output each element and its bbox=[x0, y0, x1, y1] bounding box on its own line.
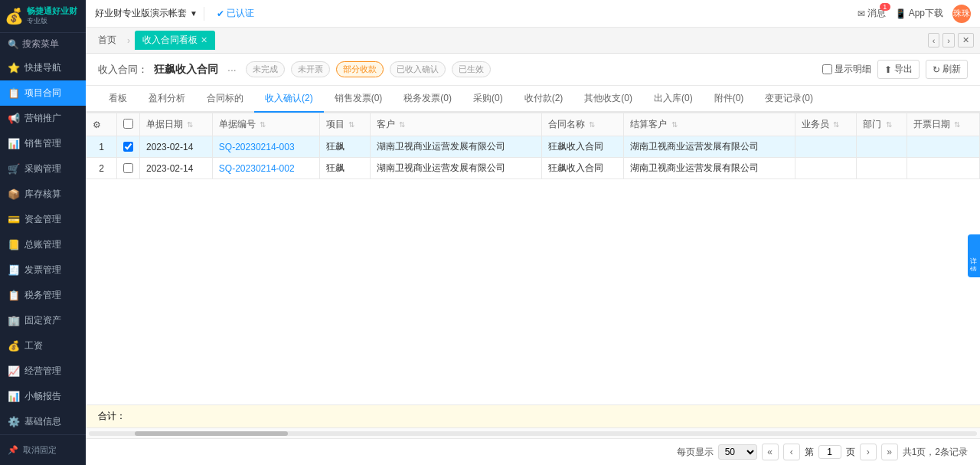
sidebar-item-label: 库存核算 bbox=[24, 188, 61, 201]
table-row[interactable]: 1 2023-02-14 SQ-20230214-003 狂飙 湖南卫视商业运营… bbox=[87, 136, 980, 158]
per-page-select[interactable]: 20 50 100 bbox=[718, 444, 757, 460]
subtab-warehouse[interactable]: 出入库(0) bbox=[643, 86, 704, 113]
sidebar-item-project[interactable]: 📋 项目合同 bbox=[0, 80, 86, 106]
th-customer[interactable]: 客户 ⇅ bbox=[370, 113, 541, 136]
subtab-attachment[interactable]: 附件(0) bbox=[704, 86, 755, 113]
subtab-profit[interactable]: 盈利分析 bbox=[138, 86, 196, 113]
subtab-payment[interactable]: 收付款(2) bbox=[514, 86, 574, 113]
status-effective[interactable]: 已生效 bbox=[452, 61, 491, 77]
first-page-button[interactable]: « bbox=[762, 444, 779, 460]
row-checkbox[interactable] bbox=[123, 142, 133, 152]
sidebar-item-hr[interactable]: 💰 工资 bbox=[0, 333, 86, 359]
th-number[interactable]: 单据编号 ⇅ bbox=[212, 113, 319, 136]
row-checkbox-cell[interactable] bbox=[117, 136, 140, 158]
export-label: 导出 bbox=[894, 63, 913, 76]
subtab-board[interactable]: 看板 bbox=[98, 86, 138, 113]
tab-contract-board[interactable]: 收入合同看板 ✕ bbox=[135, 31, 215, 50]
close-icon[interactable]: ✕ bbox=[201, 35, 207, 45]
status-incomplete[interactable]: 未完成 bbox=[246, 61, 285, 77]
page-number-input[interactable] bbox=[818, 445, 841, 459]
user-avatar-area[interactable]: 珠珠 bbox=[952, 5, 971, 23]
sidebar-item-ops[interactable]: 📈 经营管理 bbox=[0, 359, 86, 384]
export-button[interactable]: ⬆ 导出 bbox=[877, 60, 920, 79]
sidebar-item-general[interactable]: 📒 总账管理 bbox=[0, 232, 86, 257]
right-float-button[interactable]: 详 情 bbox=[968, 234, 980, 277]
sidebar-item-fixed-assets[interactable]: 🏢 固定资产 bbox=[0, 308, 86, 333]
subtab-tax-invoice[interactable]: 税务发票(0) bbox=[393, 86, 462, 113]
subtab-change-log[interactable]: 变更记录(0) bbox=[754, 86, 824, 113]
sidebar-item-label: 总账管理 bbox=[24, 238, 61, 251]
row-number-link[interactable]: SQ-20230214-003 bbox=[219, 142, 295, 152]
th-customer-label: 客户 bbox=[377, 119, 395, 129]
sort-icon: ⇅ bbox=[589, 120, 595, 129]
sidebar-item-base[interactable]: ⚙️ 基础信息 bbox=[0, 409, 86, 434]
th-checkbox[interactable] bbox=[117, 113, 140, 136]
company-selector[interactable]: 好业财专业版演示帐套 ▼ bbox=[95, 7, 198, 20]
row-checkbox-cell[interactable] bbox=[117, 158, 140, 179]
last-page-button[interactable]: » bbox=[881, 444, 898, 460]
sort-icon: ⇅ bbox=[399, 120, 405, 129]
row-project: 狂飙 bbox=[319, 158, 370, 179]
sidebar-item-label: 小畅报告 bbox=[24, 390, 61, 403]
show-detail-checkbox[interactable] bbox=[822, 64, 832, 74]
quick-nav-icon: ⭐ bbox=[8, 62, 20, 74]
subtab-revenue[interactable]: 收入确认(2) bbox=[254, 86, 324, 113]
avatar: 珠珠 bbox=[952, 5, 971, 23]
subtab-subject[interactable]: 合同标的 bbox=[196, 86, 254, 113]
th-settlement[interactable]: 结算客户 ⇅ bbox=[624, 113, 795, 136]
app-sub: 专业版 bbox=[27, 16, 77, 26]
row-checkbox[interactable] bbox=[123, 163, 133, 173]
sidebar-item-marketing[interactable]: 📢 营销推广 bbox=[0, 106, 86, 131]
horizontal-scrollbar[interactable] bbox=[86, 427, 980, 438]
subtab-purchase[interactable]: 采购(0) bbox=[462, 86, 514, 113]
status-uninvoiced[interactable]: 未开票 bbox=[291, 61, 330, 77]
scrollbar-track[interactable] bbox=[89, 431, 977, 436]
ops-icon: 📈 bbox=[8, 365, 20, 378]
status-confirmed[interactable]: 已收入确认 bbox=[390, 61, 446, 77]
th-invoice-date[interactable]: 开票日期 ⇅ bbox=[907, 113, 980, 136]
prev-page-button[interactable]: ‹ bbox=[783, 444, 800, 460]
app-name: 畅捷通好业财 bbox=[27, 6, 77, 16]
th-department[interactable]: 部门 ⇅ bbox=[857, 113, 907, 136]
app-download-button[interactable]: 📱 App下载 bbox=[895, 7, 943, 20]
sidebar-item-invoice[interactable]: 🧾 发票管理 bbox=[0, 257, 86, 283]
select-all-checkbox[interactable] bbox=[123, 119, 133, 129]
table-row[interactable]: 2 2023-02-14 SQ-20230214-002 狂飙 湖南卫视商业运营… bbox=[87, 158, 980, 179]
sidebar-bottom-unpin[interactable]: 📌 取消固定 bbox=[0, 440, 86, 460]
row-number-link[interactable]: SQ-20230214-002 bbox=[219, 163, 295, 174]
tab-nav-prev[interactable]: ‹ bbox=[928, 33, 940, 47]
message-icon: ✉ bbox=[858, 8, 865, 19]
sidebar-item-purchase[interactable]: 🛒 采购管理 bbox=[0, 156, 86, 182]
tab-nav-next[interactable]: › bbox=[942, 33, 955, 47]
subtabs: 看板 盈利分析 合同标的 收入确认(2) 销售发票(0) 税务发票(0) 采购(… bbox=[86, 86, 980, 113]
pin-icon: 📌 bbox=[8, 445, 18, 455]
sidebar-search[interactable]: 🔍 搜索菜单 bbox=[0, 33, 86, 55]
row-number[interactable]: SQ-20230214-003 bbox=[212, 136, 319, 158]
sidebar-item-fund[interactable]: 💳 资金管理 bbox=[0, 207, 86, 232]
tab-nav-close[interactable]: ✕ bbox=[958, 33, 974, 47]
sidebar-item-quick-nav[interactable]: ⭐ 快捷导航 bbox=[0, 55, 86, 80]
th-salesperson[interactable]: 业务员 ⇅ bbox=[795, 113, 857, 136]
settings-icon[interactable]: ⚙ bbox=[93, 120, 101, 130]
sidebar-item-inventory[interactable]: 📦 库存核算 bbox=[0, 182, 86, 207]
scrollbar-thumb[interactable] bbox=[135, 431, 288, 436]
th-project[interactable]: 项目 ⇅ bbox=[319, 113, 370, 136]
subtab-sales-invoice[interactable]: 销售发票(0) bbox=[324, 86, 394, 113]
tab-home[interactable]: 首页 bbox=[92, 31, 122, 50]
sidebar-item-sales[interactable]: 📊 销售管理 bbox=[0, 131, 86, 156]
subtab-other[interactable]: 其他收支(0) bbox=[573, 86, 643, 113]
refresh-button[interactable]: ↻ 刷新 bbox=[926, 60, 968, 79]
status-partial[interactable]: 部分收款 bbox=[336, 61, 384, 77]
show-detail-toggle[interactable]: 显示明细 bbox=[822, 60, 871, 79]
sidebar-item-tax[interactable]: 📋 税务管理 bbox=[0, 283, 86, 308]
th-settings[interactable]: ⚙ bbox=[87, 113, 117, 136]
search-icon: 🔍 bbox=[8, 39, 19, 50]
purchase-icon: 🛒 bbox=[8, 163, 20, 175]
more-button[interactable]: ··· bbox=[224, 64, 240, 76]
row-number[interactable]: SQ-20230214-002 bbox=[212, 158, 319, 179]
th-date[interactable]: 单据日期 ⇅ bbox=[140, 113, 213, 136]
sidebar-item-report[interactable]: 📊 小畅报告 bbox=[0, 384, 86, 409]
next-page-button[interactable]: › bbox=[860, 444, 877, 460]
message-button[interactable]: ✉ 1 消息 bbox=[858, 7, 886, 20]
th-contract-name[interactable]: 合同名称 ⇅ bbox=[541, 113, 624, 136]
